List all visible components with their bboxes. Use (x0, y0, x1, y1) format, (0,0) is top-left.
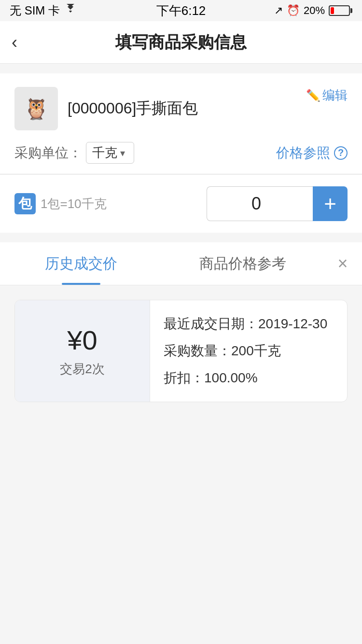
quantity-row: 包 1包=10千克 + (0, 174, 362, 233)
alarm-icon: ⏰ (287, 4, 300, 17)
product-logo-icon: 🦉 (24, 97, 49, 121)
battery-icon (329, 5, 352, 16)
package-icon: 包 (14, 193, 36, 214)
history-price-value: ¥0 (67, 324, 97, 356)
price-ref-label: 价格参照 (276, 144, 330, 162)
discount-label: 折扣： (164, 370, 204, 385)
history-price-right: 最近成交日期：2019-12-30 采购数量：200千克 折扣：100.00% (150, 300, 347, 402)
page-title: 填写商品采购信息 (115, 31, 247, 54)
main-content: ¥0 交易2次 最近成交日期：2019-12-30 采购数量：200千克 折扣：… (0, 300, 362, 589)
recent-date-label: 最近成交日期： (164, 316, 258, 331)
quantity-input[interactable] (207, 186, 313, 221)
help-icon: ? (334, 146, 348, 160)
qty-left: 包 1包=10千克 (14, 193, 107, 214)
qty-label: 采购数量： (164, 343, 231, 358)
tab-price-ref[interactable]: 商品价格参考 (162, 242, 323, 285)
edit-label: 编辑 (322, 87, 348, 104)
edit-icon: ✏️ (306, 89, 320, 102)
tab-history-label: 历史成交价 (45, 254, 117, 274)
history-trades-count: 交易2次 (60, 361, 104, 378)
close-icon: × (337, 253, 348, 274)
qty-row: 采购数量：200千克 (164, 341, 334, 361)
status-time: 下午6:12 (156, 2, 206, 19)
status-bar: 无 SIM 卡 下午6:12 ↗ ⏰ 20% (0, 0, 362, 21)
package-label: 包 (18, 195, 32, 213)
tab-history-price[interactable]: 历史成交价 (0, 242, 162, 285)
tab-close-button[interactable]: × (323, 242, 362, 285)
history-price-left: ¥0 交易2次 (15, 300, 150, 402)
back-button[interactable]: ‹ (12, 32, 17, 53)
tab-active-indicator (62, 283, 100, 285)
unit-prefix: 采购单位： (14, 144, 82, 162)
product-name: [0000006]手撕面包 (68, 98, 198, 119)
tab-bar: 历史成交价 商品价格参考 × (0, 242, 362, 285)
wifi-icon (64, 4, 77, 17)
price-ref-button[interactable]: 价格参照 ? (276, 144, 348, 162)
status-right: ↗ ⏰ 20% (274, 4, 352, 17)
qty-right: + (207, 186, 348, 221)
currency-symbol: ¥ (67, 325, 82, 355)
product-footer: 采购单位： 千克 ▾ 价格参照 ? (14, 142, 348, 164)
signal-label: 无 SIM 卡 (10, 3, 60, 18)
nav-bar: ‹ 填写商品采购信息 (0, 21, 362, 64)
recent-date-row: 最近成交日期：2019-12-30 (164, 314, 334, 334)
chevron-down-icon: ▾ (120, 147, 125, 159)
product-left: 🦉 [0000006]手撕面包 (14, 87, 198, 130)
edit-button[interactable]: ✏️ 编辑 (306, 87, 348, 104)
qty-value: 200千克 (231, 343, 281, 358)
qty-plus-button[interactable]: + (313, 186, 348, 221)
product-header: 🦉 [0000006]手撕面包 ✏️ 编辑 (14, 87, 348, 130)
history-price-card: ¥0 交易2次 最近成交日期：2019-12-30 采购数量：200千克 折扣：… (14, 300, 348, 402)
battery-pct: 20% (304, 4, 325, 17)
discount-row: 折扣：100.00% (164, 368, 334, 388)
tab-price-ref-label: 商品价格参考 (199, 254, 286, 274)
product-card: 🦉 [0000006]手撕面包 ✏️ 编辑 采购单位： 千克 ▾ 价格参照 ? (0, 73, 362, 173)
unit-value: 千克 (92, 144, 117, 161)
unit-select[interactable]: 千克 ▾ (86, 142, 134, 164)
qty-unit-label: 1包=10千克 (41, 196, 107, 212)
product-thumbnail: 🦉 (14, 87, 58, 130)
plus-icon: + (324, 193, 336, 214)
location-icon: ↗ (274, 4, 283, 17)
price-amount: 0 (83, 325, 97, 355)
recent-date-value: 2019-12-30 (258, 316, 327, 331)
discount-value: 100.00% (204, 370, 258, 385)
status-left: 无 SIM 卡 (10, 3, 77, 18)
unit-label: 采购单位： 千克 ▾ (14, 142, 134, 164)
